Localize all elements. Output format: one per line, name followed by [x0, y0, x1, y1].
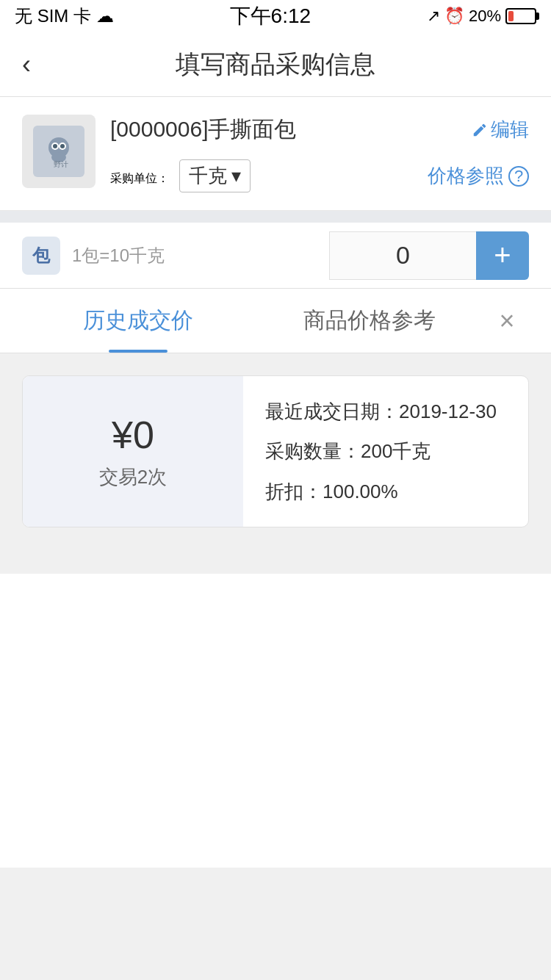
back-button[interactable]: ‹	[22, 49, 66, 80]
purchase-qty-label: 采购数量：	[265, 440, 361, 462]
recent-date-label: 最近成交日期：	[265, 400, 399, 422]
status-time: 下午6:12	[230, 2, 311, 30]
product-name: [0000006]手撕面包	[110, 115, 296, 145]
product-id: [0000006]	[110, 117, 208, 141]
price-ref-label: 价格参照	[428, 163, 504, 189]
product-header: 野计 [0000006]手撕面包 编辑 采购单位： 千克 ▾	[22, 115, 529, 192]
history-detail-panel: 最近成交日期：2019-12-30 采购数量：200千克 折扣：100.00%	[243, 376, 528, 527]
tab-history-label: 历史成交价	[83, 306, 193, 336]
price-reference-button[interactable]: 价格参照 ?	[428, 163, 529, 189]
quantity-unit-info: 包 1包=10千克	[22, 237, 165, 275]
section-divider	[0, 211, 551, 223]
quantity-row: 包 1包=10千克 0 +	[0, 223, 551, 289]
quantity-display[interactable]: 0	[329, 231, 476, 280]
svg-point-4	[60, 144, 65, 148]
status-right: ↗ ⏰ 20%	[427, 7, 536, 26]
battery-fill	[508, 11, 514, 21]
product-thumb-inner: 野计	[33, 126, 84, 177]
unit-conversion: 1包=10千克	[72, 244, 165, 267]
history-price-amount: ¥0	[112, 413, 154, 457]
tab-active-underline	[109, 350, 168, 353]
discount-label: 折扣：	[265, 480, 323, 502]
product-title: 手撕面包	[208, 117, 296, 141]
edit-icon	[472, 122, 488, 138]
discount-row: 折扣：100.00%	[265, 478, 506, 505]
status-bar: 无 SIM 卡 ☁ 下午6:12 ↗ ⏰ 20%	[0, 0, 551, 32]
recent-date-value: 2019-12-30	[399, 400, 497, 422]
page-title: 填写商品采购信息	[176, 48, 375, 82]
unit-value: 千克	[189, 163, 227, 189]
product-unit-row: 采购单位： 千克 ▾ 价格参照 ?	[110, 159, 529, 192]
empty-area	[0, 574, 551, 868]
unit-label: 采购单位：	[110, 172, 169, 184]
edit-button[interactable]: 编辑	[472, 117, 529, 143]
tab-product-price-ref[interactable]: 商品价格参考	[253, 289, 485, 353]
battery-icon	[505, 8, 536, 24]
tabs-container: 历史成交价 商品价格参考 ×	[0, 289, 551, 353]
price-ref-help-icon: ?	[508, 166, 529, 187]
discount-value: 100.00%	[323, 480, 398, 502]
tab-history-price[interactable]: 历史成交价	[22, 289, 253, 353]
svg-text:野计: 野计	[54, 160, 68, 168]
purchase-qty-row: 采购数量：200千克	[265, 438, 506, 464]
product-image-icon: 野计	[40, 133, 77, 170]
currency-symbol: ¥	[112, 414, 133, 456]
purchase-qty-value: 200千克	[361, 440, 431, 462]
battery-shape	[505, 8, 536, 24]
nav-bar: ‹ 填写商品采购信息	[0, 32, 551, 97]
quantity-plus-button[interactable]: +	[476, 231, 529, 280]
unit-badge: 包	[22, 237, 60, 275]
product-info: [0000006]手撕面包 编辑 采购单位： 千克 ▾ 价格参照 ?	[110, 115, 529, 192]
product-thumbnail: 野计	[22, 115, 96, 188]
history-price-count: 交易2次	[99, 464, 167, 490]
history-price-panel: ¥0 交易2次	[23, 376, 243, 527]
history-content: ¥0 交易2次 最近成交日期：2019-12-30 采购数量：200千克 折扣：…	[0, 353, 551, 574]
product-name-row: [0000006]手撕面包 编辑	[110, 115, 529, 145]
recent-date-row: 最近成交日期：2019-12-30	[265, 398, 506, 425]
unit-label-group: 采购单位： 千克 ▾	[110, 159, 251, 192]
product-card: 野计 [0000006]手撕面包 编辑 采购单位： 千克 ▾	[0, 97, 551, 211]
unit-dropdown-icon: ▾	[231, 165, 241, 187]
history-card: ¥0 交易2次 最近成交日期：2019-12-30 采购数量：200千克 折扣：…	[22, 375, 529, 527]
svg-point-3	[53, 144, 57, 148]
battery-percentage: 20%	[469, 7, 501, 26]
status-left: 无 SIM 卡 ☁	[15, 4, 114, 28]
history-price-value: 0	[133, 414, 154, 456]
unit-select[interactable]: 千克 ▾	[179, 159, 251, 192]
sim-status: 无 SIM 卡 ☁	[15, 4, 114, 28]
edit-label: 编辑	[491, 117, 529, 143]
quantity-input-area: 0 +	[329, 231, 529, 280]
tab-price-ref-label: 商品价格参考	[303, 306, 436, 336]
tab-close-button[interactable]: ×	[485, 299, 529, 343]
alarm-icon: ⏰	[444, 7, 464, 26]
location-icon: ↗	[427, 7, 440, 26]
